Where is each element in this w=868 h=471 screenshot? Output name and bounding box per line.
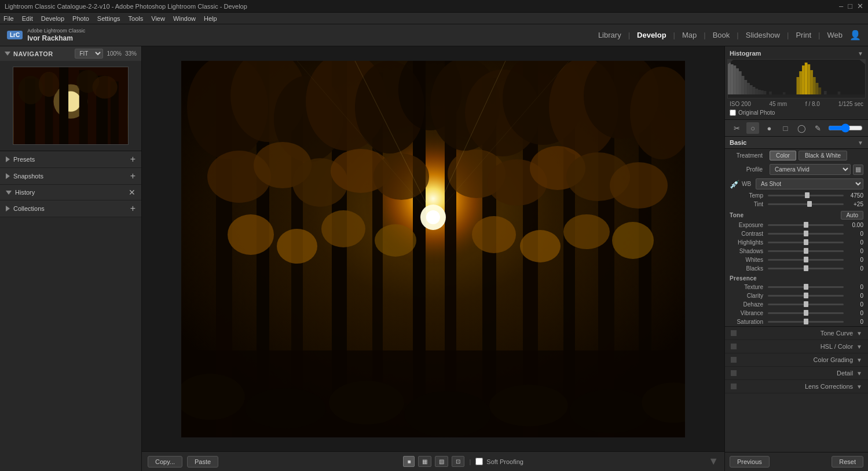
red-eye-icon[interactable]: ● — [763, 122, 775, 134]
nav-web[interactable]: Web — [823, 31, 848, 39]
svg-rect-77 — [739, 71, 742, 94]
exposure-thumb[interactable] — [804, 222, 808, 228]
temp-thumb[interactable] — [805, 192, 810, 198]
snapshots-panel[interactable]: Snapshots + — [0, 168, 141, 185]
color-button[interactable]: Color — [770, 151, 796, 160]
history-panel[interactable]: History ✕ — [0, 185, 141, 200]
tone-slider[interactable] — [828, 123, 863, 133]
copy-button[interactable]: Copy... — [148, 456, 182, 468]
nav-slideshow[interactable]: Slideshow — [741, 31, 785, 39]
svg-point-10 — [39, 72, 59, 97]
image-container — [142, 46, 724, 451]
menu-window[interactable]: Window — [173, 15, 196, 22]
wb-label: WB — [742, 181, 753, 187]
svg-rect-87 — [769, 92, 772, 94]
shutter-value: 1/125 sec — [838, 101, 863, 107]
saturation-thumb[interactable] — [804, 319, 808, 324]
menu-tools[interactable]: Tools — [129, 15, 144, 22]
vibrance-thumb[interactable] — [804, 310, 808, 316]
tint-thumb[interactable] — [807, 201, 812, 207]
presets-add-icon[interactable]: + — [130, 154, 135, 165]
bw-button[interactable]: Black & White — [799, 151, 847, 160]
adjustment-brush-icon[interactable]: ✎ — [812, 122, 825, 134]
treatment-row: Treatment Color Black & White — [725, 149, 868, 162]
compare-view-button[interactable]: ▧ — [435, 456, 448, 467]
app-name-container: Adobe Lightroom Classic Ivor Rackham — [27, 28, 85, 42]
menu-settings[interactable]: Settings — [97, 15, 120, 22]
tone-curve-title: Tone Curve — [739, 330, 853, 337]
temp-slider-row: Temp 4750 — [725, 191, 868, 200]
wb-eyedropper-icon[interactable]: 💉 — [730, 180, 739, 189]
graduated-filter-icon[interactable]: □ — [779, 122, 792, 134]
spot-removal-icon[interactable]: ○ — [746, 122, 759, 134]
filmstrip-toggle[interactable]: ▼ — [708, 455, 719, 468]
radial-filter-icon[interactable]: ◯ — [796, 122, 808, 134]
original-photo-checkbox[interactable] — [730, 109, 736, 116]
detail-section[interactable]: Detail ▼ — [725, 367, 868, 380]
presets-panel[interactable]: Presets + — [0, 151, 141, 168]
profile-select[interactable]: Camera Vivid Adobe Color Adobe Landscape… — [770, 164, 851, 175]
color-grading-section[interactable]: Color Grading ▼ — [725, 353, 868, 367]
navigator-thumbnail — [13, 67, 129, 145]
svg-point-70 — [569, 389, 650, 433]
previous-button[interactable]: Previous — [730, 456, 770, 468]
shadows-thumb[interactable] — [804, 248, 808, 254]
reset-button[interactable]: Reset — [832, 456, 863, 468]
nav-develop[interactable]: Develop — [632, 31, 671, 39]
identity-plate-icon[interactable]: 👤 — [849, 30, 861, 41]
lens-corrections-section[interactable]: Lens Corrections ▼ — [725, 380, 868, 393]
basic-header[interactable]: Basic ▼ — [725, 137, 868, 149]
svg-rect-80 — [747, 83, 750, 94]
clarity-thumb[interactable] — [804, 293, 808, 298]
dehaze-thumb[interactable] — [804, 301, 808, 307]
history-clear-icon[interactable]: ✕ — [129, 188, 135, 197]
blacks-thumb[interactable] — [804, 265, 808, 271]
contrast-thumb[interactable] — [804, 231, 808, 236]
profile-label: Profile — [730, 166, 767, 173]
zoom-33[interactable]: 33% — [125, 50, 137, 57]
texture-thumb[interactable] — [804, 284, 808, 290]
left-panel: Navigator FITFILL1:1 100% 33% — [0, 46, 142, 471]
fit-selector[interactable]: FITFILL1:1 — [75, 49, 103, 59]
minimize-icon[interactable]: – — [839, 2, 843, 10]
wb-select[interactable]: As Shot Auto Daylight Cloudy Shade Tungs… — [756, 178, 863, 189]
tone-curve-section[interactable]: Tone Curve ▼ — [725, 327, 868, 340]
svg-rect-89 — [797, 77, 800, 94]
zoom-100[interactable]: 100% — [107, 50, 122, 57]
highlights-thumb[interactable] — [804, 239, 808, 245]
histogram-header[interactable]: Histogram ▼ — [727, 49, 866, 58]
nav-print[interactable]: Print — [791, 31, 816, 39]
auto-button[interactable]: Auto — [841, 211, 863, 220]
menu-edit[interactable]: Edit — [22, 15, 33, 22]
nav-book[interactable]: Book — [708, 31, 735, 39]
loupe-view-button[interactable]: ■ — [403, 456, 415, 467]
crop-tool-icon[interactable]: ✂ — [730, 122, 743, 134]
histogram-chart — [727, 59, 866, 98]
survey-view-button[interactable]: ⊡ — [452, 456, 464, 467]
nav-map[interactable]: Map — [677, 31, 701, 39]
collections-panel[interactable]: Collections + — [0, 200, 141, 217]
grid-view-button[interactable]: ▦ — [418, 456, 431, 467]
close-icon[interactable]: ✕ — [857, 2, 863, 10]
vibrance-label: Vibrance — [730, 310, 766, 316]
navigator-header[interactable]: Navigator FITFILL1:1 100% 33% — [0, 46, 141, 61]
navigator-collapse-icon — [5, 52, 10, 56]
menu-view[interactable]: View — [151, 15, 165, 22]
profile-grid-icon[interactable]: ▦ — [853, 165, 863, 175]
menu-develop[interactable]: Develop — [41, 15, 64, 22]
window-controls[interactable]: – □ ✕ — [839, 2, 863, 10]
maximize-icon[interactable]: □ — [848, 2, 852, 10]
paste-button[interactable]: Paste — [187, 456, 218, 468]
menu-help[interactable]: Help — [204, 15, 217, 22]
whites-thumb[interactable] — [804, 257, 808, 262]
menu-photo[interactable]: Photo — [72, 15, 89, 22]
menu-file[interactable]: File — [3, 15, 14, 22]
snapshots-add-icon[interactable]: + — [130, 171, 135, 181]
top-nav: LrC Adobe Lightroom Classic Ivor Rackham… — [0, 24, 868, 46]
hsl-color-section[interactable]: HSL / Color ▼ — [725, 340, 868, 353]
histogram-svg — [728, 60, 865, 94]
nav-library[interactable]: Library — [594, 31, 626, 39]
original-photo-label[interactable]: Original Photo — [738, 109, 775, 116]
collections-add-icon[interactable]: + — [130, 203, 135, 214]
soft-proofing-checkbox[interactable] — [475, 458, 483, 465]
